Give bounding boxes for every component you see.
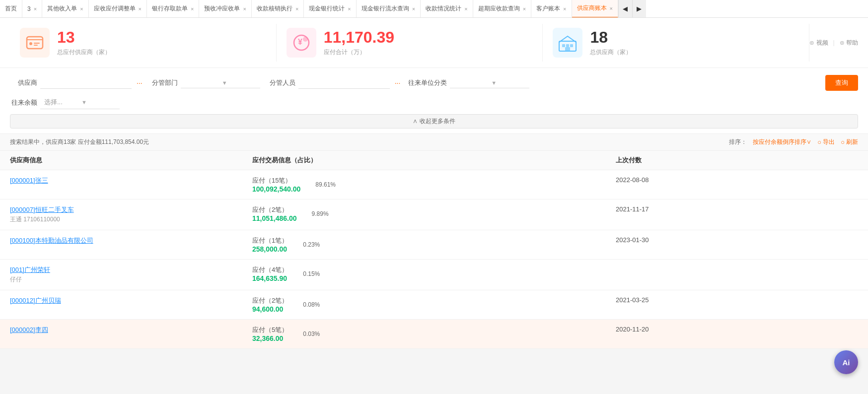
filter-balance: 往来余额 选择... ▼ [10, 96, 120, 109]
tx-percent: 9.89% [312, 210, 329, 217]
tx-amount[interactable]: 100,092,540.00 [252, 185, 300, 193]
supplier-dots[interactable]: ··· [137, 79, 143, 87]
last-pay-date: 2021-11-17 [616, 205, 858, 213]
tx-percent: 0.23% [303, 241, 320, 248]
filter-dept: 分管部门 ▼ [150, 78, 260, 88]
nav-tab-bank-close[interactable]: × [191, 6, 194, 12]
nav-tab-customer-book[interactable]: 客户账本 × [531, 0, 572, 18]
supplier-info-col: [000002]李四 [10, 326, 252, 334]
nav-tab-overdue[interactable]: 超期应收款查询 × [473, 0, 531, 18]
table-row[interactable]: [000012]广州贝瑞 应付（2笔） 94,600.00 0.08% 2021… [0, 290, 868, 320]
summary-card-payable-suppliers: 13 总应付供应商（家） [10, 24, 277, 62]
total-supplier-label: 总供应商（家） [590, 48, 632, 57]
nav-tab-cash-flow[interactable]: 现金银行流水查询 × [357, 0, 421, 18]
dept-select[interactable]: ▼ [181, 78, 260, 88]
person-dots[interactable]: ··· [395, 79, 401, 87]
refresh-button[interactable]: ○ 刷新 [841, 138, 858, 146]
svg-point-1 [29, 42, 32, 45]
nav-tab-prepay-close[interactable]: × [243, 6, 246, 12]
nav-tab-other-income[interactable]: 其他收入单 × [42, 0, 88, 18]
nav-tab-bank[interactable]: 银行存取款单 × [147, 0, 199, 18]
results-actions: 排序： 按应付余额倒序排序∨ ○ 导出 ○ 刷新 [729, 138, 858, 146]
nav-tab-receipt-exec[interactable]: 收款核销执行 × [252, 0, 304, 18]
person-input[interactable] [298, 77, 390, 89]
export-button[interactable]: ○ 导出 [817, 138, 835, 146]
nav-tab-cash-flow-close[interactable]: × [412, 6, 415, 12]
nav-tab-other-income-close[interactable]: × [80, 6, 83, 12]
tx-label: 应付（4笔） [252, 265, 288, 274]
supplier-link[interactable]: [000100]本特勤油品有限公司 [10, 236, 252, 245]
category-select[interactable]: ▼ [450, 78, 529, 88]
header-lastpay: 上次付数 [616, 156, 858, 165]
search-button[interactable]: 查询 [825, 75, 858, 91]
payable-label: 总应付供应商（家） [57, 48, 111, 57]
nav-tab-supplier-book[interactable]: 供应商账本 × [572, 0, 618, 18]
nav-tab-customer-book-close[interactable]: × [563, 6, 566, 12]
nav-tab-adjust[interactable]: 应收应付调整单 × [89, 0, 147, 18]
nav-tab-adjust-close[interactable]: × [139, 6, 142, 12]
table-row[interactable]: [000002]李四 应付（5笔） 32,366.00 0.03% 2020-1… [0, 320, 868, 349]
filter-person: 分管人员 ··· [268, 77, 401, 89]
supplier-link[interactable]: [000012]广州贝瑞 [10, 296, 252, 305]
nav-tab-adjust-label: 应收应付调整单 [94, 4, 136, 13]
table-row[interactable]: [000001]张三 应付（15笔） 100,092,540.00 89.61%… [0, 170, 868, 199]
transaction-col: 应付（1笔） 258,000.00 0.23% [252, 236, 616, 253]
nav-tab-home[interactable]: 首页 [0, 0, 22, 18]
supplier-link[interactable]: [000001]张三 [10, 176, 252, 185]
nav-tab-receipt-stat-label: 收款情况统计 [426, 4, 461, 13]
refresh-icon: ○ [841, 138, 845, 146]
nav-tab-overdue-close[interactable]: × [523, 6, 526, 12]
balance-chevron-down-icon: ▼ [81, 99, 116, 105]
supplier-link[interactable]: [000007]恒旺二手叉车 [10, 205, 252, 214]
category-chevron-down-icon: ▼ [491, 80, 525, 86]
svg-text:¥: ¥ [298, 38, 302, 46]
tx-amount[interactable]: 32,366.00 [252, 334, 288, 342]
dept-filter-label: 分管部门 [150, 78, 178, 87]
nav-tab-receipt-stat-close[interactable]: × [464, 6, 467, 12]
nav-tab-cash-stat-close[interactable]: × [348, 6, 351, 12]
nav-tab-prepay[interactable]: 预收冲应收单 × [199, 0, 251, 18]
collapse-button[interactable]: ∧ 收起更多条件 [10, 114, 858, 129]
tx-amount[interactable]: 94,600.00 [252, 305, 288, 313]
nav-tab-receipt-stat[interactable]: 收款情况统计 × [421, 0, 473, 18]
table-row[interactable]: [001]广州荣轩 仔仔 应付（4笔） 164,635.90 0.15% [0, 260, 868, 290]
nav-tab-receipt-exec-close[interactable]: × [295, 6, 298, 12]
tx-percent: 0.08% [303, 301, 320, 308]
balance-select[interactable]: 选择... ▼ [40, 96, 120, 109]
dept-chevron-down-icon: ▼ [222, 80, 256, 86]
tx-amount[interactable]: 258,000.00 [252, 245, 288, 253]
nav-tab-cash-stat[interactable]: 现金银行统计 × [304, 0, 356, 18]
supplier-table: 供应商信息 应付交易信息（占比） 上次付数 [000001]张三 应付（15笔）… [0, 151, 868, 349]
summary-bar: 13 总应付供应商（家） ¥ 11,170.39 应付合计（万） [0, 18, 868, 68]
sort-value[interactable]: 按应付余额倒序排序∨ [753, 138, 811, 146]
table-row[interactable]: [000007]恒旺二手叉车 王通 17106110000 应付（2笔） 11,… [0, 199, 868, 230]
results-bar: 搜索结果中，供应商13家 应付金额111,703,854.00元 排序： 按应付… [0, 134, 868, 151]
last-pay-date: 2022-08-08 [616, 176, 858, 184]
nav-tab-cash-flow-label: 现金银行流水查询 [362, 4, 409, 13]
nav-tab-prepay-label: 预收冲应收单 [204, 4, 240, 13]
sort-label: 排序： [729, 138, 747, 146]
supplier-link[interactable]: [000002]李四 [10, 326, 252, 334]
supplier-link[interactable]: [001]广州荣轩 [10, 265, 252, 274]
supplier-input[interactable] [40, 77, 132, 89]
video-link[interactable]: ⊙ 视频 [809, 39, 828, 47]
nav-tab-supplier-book-close[interactable]: × [610, 5, 613, 11]
transaction-col: 应付（5笔） 32,366.00 0.03% [252, 326, 616, 342]
svg-rect-11 [565, 47, 570, 51]
nav-tab-3[interactable]: 3 × [22, 0, 42, 18]
supplier-sub: 仔仔 [10, 275, 252, 284]
export-icon: ○ [817, 138, 821, 146]
balance-placeholder: 选择... [44, 98, 78, 107]
header-transaction: 应付交易信息（占比） [252, 156, 616, 165]
nav-tab-3-close[interactable]: × [34, 6, 37, 12]
nav-tab-home-label: 首页 [5, 4, 17, 13]
help-link[interactable]: ⊙ 帮助 [840, 39, 858, 47]
supplier-info-col: [001]广州荣轩 仔仔 [10, 265, 252, 284]
nav-arrow-left[interactable]: ◀ [618, 0, 632, 18]
tx-amount[interactable]: 164,635.90 [252, 274, 288, 282]
table-row[interactable]: [000100]本特勤油品有限公司 应付（1笔） 258,000.00 0.23… [0, 230, 868, 260]
tx-amount[interactable]: 11,051,486.00 [252, 214, 297, 222]
refresh-label: 刷新 [846, 138, 858, 146]
svg-rect-3 [34, 45, 38, 46]
nav-arrow-right[interactable]: ▶ [632, 0, 646, 18]
